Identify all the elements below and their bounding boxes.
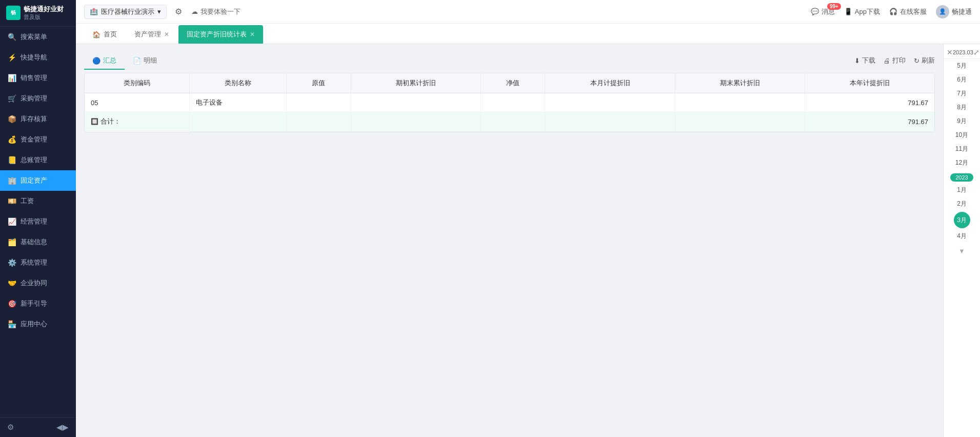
- fixed-icon: 🏢: [7, 176, 16, 185]
- sidebar-item-finance[interactable]: 💰 资金管理: [0, 129, 76, 150]
- month-item[interactable]: 12月: [952, 156, 971, 170]
- sidebar-item-search[interactable]: 🔍 搜索菜单: [0, 27, 76, 47]
- refresh-btn[interactable]: ↻ 刷新: [914, 56, 935, 65]
- content-area: 🔵 汇总 📄 明细 ⬇ 下载: [76, 44, 980, 437]
- refresh-icon: ↻: [914, 57, 919, 65]
- date-panel-title: 2023.03: [953, 49, 973, 55]
- sidebar-item-fixed[interactable]: 🏢 固定资产: [0, 170, 76, 191]
- sidebar-item-guide[interactable]: 🎯 新手引导: [0, 293, 76, 314]
- subtab-detail[interactable]: 📄 明细: [125, 52, 165, 70]
- month-item[interactable]: 11月: [952, 142, 971, 156]
- sidebar-label-apps: 应用中心: [21, 320, 47, 329]
- tab-depreciation[interactable]: 固定资产折旧统计表 ✕: [178, 25, 263, 44]
- print-btn[interactable]: 🖨 打印: [884, 56, 906, 65]
- user-name: 畅捷通: [952, 7, 972, 16]
- sidebar-item-inventory[interactable]: 📦 库存核算: [0, 109, 76, 129]
- cloud-icon: ☁: [191, 8, 198, 15]
- purchase-icon: 🛒: [7, 94, 16, 103]
- quicknav-icon: ⚡: [7, 53, 16, 62]
- sidebar-item-payroll[interactable]: 💴 工资: [0, 191, 76, 211]
- sidebar-item-system[interactable]: ⚙️ 系统管理: [0, 252, 76, 273]
- payroll-icon: 💴: [7, 196, 16, 206]
- apps-icon: 🏪: [7, 320, 16, 329]
- collapse-icon[interactable]: ◀▶: [56, 423, 69, 432]
- subtab-summary[interactable]: 🔵 汇总: [84, 52, 125, 70]
- months-2023: 1月 2月 3月 4月: [944, 183, 980, 243]
- subtab-bar: 🔵 汇总 📄 明细: [84, 52, 854, 69]
- month-jan[interactable]: 1月: [954, 183, 970, 197]
- date-panel-expand-icon[interactable]: ⤢: [973, 48, 979, 56]
- subtab-detail-label: 明细: [144, 56, 157, 65]
- sidebar-item-sales[interactable]: 📊 销售管理: [0, 68, 76, 88]
- expand-icon: 🔲: [91, 118, 98, 125]
- system-icon: ⚙️: [7, 258, 16, 267]
- sidebar-item-ledger[interactable]: 📒 总账管理: [0, 150, 76, 170]
- month-item[interactable]: 8月: [954, 101, 970, 114]
- month-item[interactable]: 7月: [954, 87, 970, 101]
- user-menu[interactable]: 👤 畅捷通: [936, 5, 972, 18]
- download-btn[interactable]: ⬇ 下载: [854, 56, 875, 65]
- inventory-icon: 📦: [7, 114, 16, 124]
- col-code: 类别编码: [85, 73, 189, 93]
- month-apr[interactable]: 4月: [954, 229, 970, 243]
- experience-btn[interactable]: ☁ 我要体验一下: [191, 7, 241, 16]
- chevron-down-icon: ▾: [157, 8, 161, 15]
- online-service-btn[interactable]: 🎧 在线客服: [889, 7, 927, 16]
- sidebar-label-purchase: 采购管理: [21, 94, 47, 103]
- sidebar-label-basic: 基础信息: [21, 237, 47, 247]
- tab-home-label: 首页: [104, 30, 117, 39]
- date-panel: ✕ 2023.03 ⤢ 5月 6月 7月 8月 9月 10月 11月 12月 2…: [943, 44, 980, 437]
- cell-annual-dep: 791.67: [805, 93, 934, 112]
- sidebar-label-quicknav: 快捷导航: [21, 53, 47, 62]
- month-item[interactable]: 6月: [954, 73, 970, 87]
- sidebar-item-operations[interactable]: 📈 经营管理: [0, 211, 76, 232]
- home-icon: 🏠: [92, 31, 101, 38]
- app-download-btn[interactable]: 📱 App下载: [844, 7, 880, 16]
- sidebar-label-guide: 新手引导: [21, 299, 47, 308]
- sidebar-item-basic[interactable]: 🗂️ 基础信息: [0, 232, 76, 252]
- download-icon: 📱: [844, 8, 852, 15]
- app-title-block: 畅捷通好业财 普及版: [24, 5, 64, 21]
- company-selector[interactable]: 🏥 医疗器械行业演示 ▾: [84, 5, 167, 19]
- cell-ending-dep: [675, 93, 805, 112]
- messages-btn[interactable]: 💬 消息 99+: [811, 7, 835, 16]
- sales-icon: 📊: [7, 73, 16, 83]
- ledger-icon: 📒: [7, 155, 16, 165]
- sidebar-footer: ⚙ ◀▶: [0, 417, 76, 437]
- tab-depreciation-close[interactable]: ✕: [250, 31, 255, 38]
- scroll-down-icon[interactable]: ▼: [944, 245, 980, 257]
- app-title: 畅捷通好业财: [24, 5, 64, 13]
- col-original: 原值: [287, 73, 351, 93]
- sidebar: 畅 畅捷通好业财 普及版 🔍 搜索菜单 ⚡ 快捷导航 📊 销售管理 🛒 采购管理…: [0, 0, 76, 437]
- guide-icon: 🎯: [7, 299, 16, 308]
- table-row: 05 电子设备 791.67: [85, 93, 934, 112]
- tab-assets-close[interactable]: ✕: [164, 31, 169, 38]
- date-panel-close-icon[interactable]: ✕: [947, 48, 953, 56]
- month-item[interactable]: 9月: [954, 114, 970, 128]
- sidebar-item-purchase[interactable]: 🛒 采购管理: [0, 88, 76, 109]
- month-item[interactable]: 10月: [952, 128, 971, 142]
- sidebar-label-system: 系统管理: [21, 258, 47, 267]
- month-feb[interactable]: 2月: [954, 197, 970, 211]
- tab-home[interactable]: 🏠 首页: [84, 25, 125, 44]
- settings-icon[interactable]: ⚙: [175, 7, 182, 16]
- sidebar-item-quicknav[interactable]: ⚡ 快捷导航: [0, 47, 76, 68]
- month-mar[interactable]: 3月: [954, 212, 970, 228]
- cell-initial-dep: [351, 93, 481, 112]
- service-icon: 🎧: [889, 8, 897, 15]
- sidebar-item-collab[interactable]: 🤝 企业协同: [0, 273, 76, 293]
- month-item[interactable]: 5月: [954, 59, 970, 73]
- col-net: 净值: [481, 73, 545, 93]
- topbar-right: 💬 消息 99+ 📱 App下载 🎧 在线客服 👤 畅捷通: [811, 5, 972, 18]
- sidebar-label-collab: 企业协同: [21, 279, 47, 288]
- toolbar: ⬇ 下载 🖨 打印 ↻ 刷新: [854, 56, 935, 65]
- year-badge-2023: 2023: [950, 173, 973, 182]
- summary-net: [481, 112, 545, 132]
- date-panel-header: ✕ 2023.03 ⤢: [944, 44, 980, 59]
- settings-icon[interactable]: ⚙: [7, 423, 14, 432]
- content-inner: 🔵 汇总 📄 明细 ⬇ 下载: [84, 52, 935, 132]
- tab-assets-label: 资产管理: [134, 30, 161, 39]
- summary-name: [189, 112, 286, 132]
- tab-assets[interactable]: 资产管理 ✕: [126, 25, 177, 44]
- sidebar-item-apps[interactable]: 🏪 应用中心: [0, 314, 76, 334]
